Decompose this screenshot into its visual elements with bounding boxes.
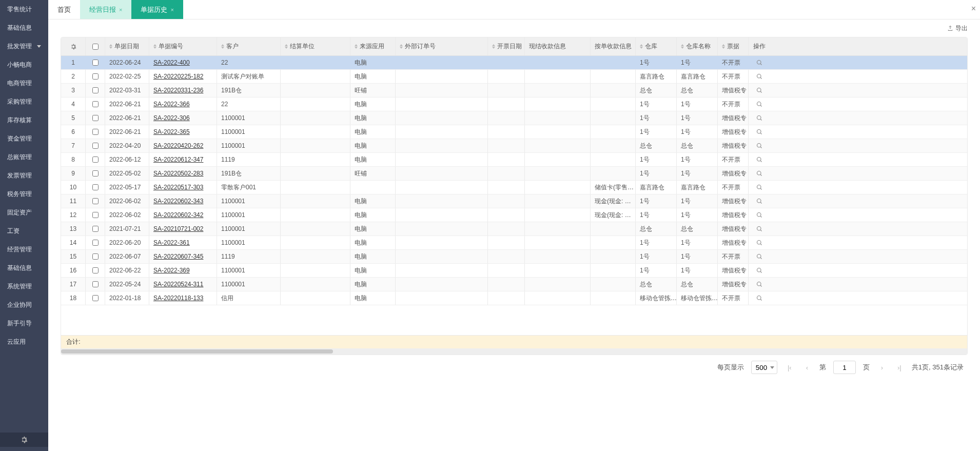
page-input[interactable] bbox=[833, 361, 856, 374]
first-page-button[interactable]: |‹ bbox=[785, 362, 795, 372]
document-link[interactable]: SA-20220602-343 bbox=[153, 198, 203, 205]
row-checkbox-cell[interactable] bbox=[86, 208, 105, 222]
sidebar-item[interactable]: 经营管理 bbox=[0, 240, 48, 259]
sidebar-item[interactable]: 采购管理 bbox=[0, 92, 48, 111]
row-action[interactable] bbox=[749, 208, 770, 222]
row-checkbox[interactable] bbox=[92, 73, 99, 80]
row-checkbox-cell[interactable] bbox=[86, 97, 105, 111]
row-checkbox-cell[interactable] bbox=[86, 111, 105, 125]
tab-document-history[interactable]: 单据历史 × bbox=[131, 0, 183, 19]
close-icon[interactable]: × bbox=[119, 7, 122, 13]
row-checkbox-cell[interactable] bbox=[86, 291, 105, 305]
row-checkbox-cell[interactable] bbox=[86, 194, 105, 208]
sidebar-item[interactable]: 企业协同 bbox=[0, 296, 48, 314]
row-checkbox[interactable] bbox=[92, 87, 99, 93]
row-checkbox-cell[interactable] bbox=[86, 181, 105, 194]
sidebar-item[interactable]: 资金管理 bbox=[0, 129, 48, 148]
row-action[interactable] bbox=[749, 139, 770, 152]
row-checkbox[interactable] bbox=[92, 198, 99, 204]
row-checkbox[interactable] bbox=[92, 115, 99, 121]
sidebar-item[interactable]: 批发管理 bbox=[0, 37, 48, 55]
close-all-icon[interactable]: × bbox=[971, 4, 976, 13]
document-link[interactable]: SA-20220517-303 bbox=[153, 184, 203, 191]
table-row[interactable]: 32022-03-31SA-20220331-236191B仓旺铺总仓总仓增值税… bbox=[61, 84, 967, 97]
page-size-select[interactable]: 500 bbox=[751, 361, 777, 374]
row-checkbox-cell[interactable] bbox=[86, 56, 105, 69]
row-action[interactable] bbox=[749, 222, 770, 236]
document-link[interactable]: SA-20220331-236 bbox=[153, 87, 203, 94]
sidebar-item[interactable]: 系统管理 bbox=[0, 277, 48, 296]
sidebar-item[interactable]: 工资 bbox=[0, 222, 48, 240]
col-by-order-info[interactable]: 按单收款信息 bbox=[591, 37, 636, 55]
row-checkbox[interactable] bbox=[92, 240, 99, 246]
col-document-date[interactable]: 单据日期 bbox=[105, 37, 149, 55]
document-link[interactable]: SA-2022-400 bbox=[153, 59, 190, 66]
sidebar-item[interactable]: 总账管理 bbox=[0, 148, 48, 166]
row-action[interactable] bbox=[749, 125, 770, 139]
row-checkbox[interactable] bbox=[92, 212, 99, 218]
sidebar-item[interactable]: 小畅电商 bbox=[0, 55, 48, 74]
row-checkbox[interactable] bbox=[92, 170, 99, 177]
document-link[interactable]: SA-2022-306 bbox=[153, 114, 190, 122]
table-row[interactable]: 132021-07-21SA-20210721-0021100001电脑总仓总仓… bbox=[61, 222, 967, 236]
table-row[interactable]: 122022-06-02SA-20220602-3421100001电脑现金(现… bbox=[61, 208, 967, 222]
col-billing-date[interactable]: 开票日期 bbox=[488, 37, 525, 55]
row-checkbox[interactable] bbox=[92, 253, 99, 260]
row-action[interactable] bbox=[749, 291, 770, 305]
table-row[interactable]: 22022-02-25SA-20220225-182测试客户对账单电脑嘉言路仓嘉… bbox=[61, 70, 967, 84]
sidebar-item[interactable]: 基础信息 bbox=[0, 259, 48, 277]
document-link[interactable]: SA-20220502-283 bbox=[153, 170, 203, 177]
col-warehouse-name[interactable]: 仓库名称 bbox=[677, 37, 718, 55]
row-checkbox[interactable] bbox=[92, 129, 99, 135]
document-link[interactable]: SA-2022-361 bbox=[153, 239, 190, 246]
row-checkbox[interactable] bbox=[92, 184, 99, 190]
table-row[interactable]: 152022-06-07SA-20220607-3451119电脑1号1号不开票 bbox=[61, 250, 967, 264]
table-row[interactable]: 12022-06-24SA-2022-40022电脑1号1号不开票 bbox=[61, 56, 967, 70]
document-link[interactable]: SA-20220225-182 bbox=[153, 73, 203, 80]
sidebar-item[interactable]: 电商管理 bbox=[0, 74, 48, 92]
document-link[interactable]: SA-20220118-133 bbox=[153, 295, 203, 302]
row-action[interactable] bbox=[749, 250, 770, 263]
row-checkbox[interactable] bbox=[92, 226, 99, 232]
sidebar-item[interactable]: 云应用 bbox=[0, 332, 48, 351]
table-row[interactable]: 182022-01-18SA-20220118-133信用电脑移动仓管拣…移动仓… bbox=[61, 291, 967, 305]
last-page-button[interactable]: ›| bbox=[894, 362, 905, 372]
col-invoice[interactable]: 票据 bbox=[718, 37, 749, 55]
row-checkbox[interactable] bbox=[92, 101, 99, 107]
sidebar-item[interactable]: 新手引导 bbox=[0, 314, 48, 332]
next-page-button[interactable]: › bbox=[877, 362, 887, 372]
row-action[interactable] bbox=[749, 264, 770, 277]
select-all-header[interactable] bbox=[86, 37, 105, 55]
row-checkbox-cell[interactable] bbox=[86, 264, 105, 277]
row-checkbox[interactable] bbox=[92, 60, 99, 66]
col-settlement-unit[interactable]: 结算单位 bbox=[281, 37, 350, 55]
col-source-app[interactable]: 来源应用 bbox=[350, 37, 396, 55]
table-row[interactable]: 52022-06-21SA-2022-3061100001电脑1号1号增值税专 bbox=[61, 111, 967, 125]
document-link[interactable]: SA-20220420-262 bbox=[153, 142, 203, 149]
table-row[interactable]: 102022-05-17SA-20220517-303零散客户001储值卡(零售… bbox=[61, 181, 967, 194]
export-button[interactable]: 导出 bbox=[947, 24, 968, 33]
table-row[interactable]: 42022-06-21SA-2022-36622电脑1号1号不开票 bbox=[61, 97, 967, 111]
document-link[interactable]: SA-2022-369 bbox=[153, 267, 190, 274]
row-checkbox-cell[interactable] bbox=[86, 125, 105, 139]
row-action[interactable] bbox=[749, 153, 770, 166]
row-action[interactable] bbox=[749, 181, 770, 194]
row-checkbox-cell[interactable] bbox=[86, 222, 105, 236]
tab-daily-report[interactable]: 经营日报 × bbox=[80, 0, 131, 19]
sidebar-settings[interactable] bbox=[0, 433, 48, 447]
table-row[interactable]: 82022-06-12SA-20220612-3471119电脑1号1号不开票 bbox=[61, 153, 967, 167]
page-size-select-wrap[interactable]: 500 bbox=[751, 361, 777, 374]
document-link[interactable]: SA-2022-365 bbox=[153, 128, 190, 135]
document-link[interactable]: SA-20220602-342 bbox=[153, 211, 203, 219]
row-checkbox[interactable] bbox=[92, 267, 99, 273]
settings-column-header[interactable] bbox=[61, 37, 86, 55]
row-action[interactable] bbox=[749, 194, 770, 208]
row-action[interactable] bbox=[749, 278, 770, 291]
row-checkbox[interactable] bbox=[92, 281, 99, 287]
col-customer[interactable]: 客户 bbox=[217, 37, 281, 55]
row-checkbox-cell[interactable] bbox=[86, 70, 105, 83]
prev-page-button[interactable]: ‹ bbox=[802, 362, 812, 372]
row-action[interactable] bbox=[749, 70, 770, 83]
row-checkbox-cell[interactable] bbox=[86, 236, 105, 249]
row-action[interactable] bbox=[749, 97, 770, 111]
